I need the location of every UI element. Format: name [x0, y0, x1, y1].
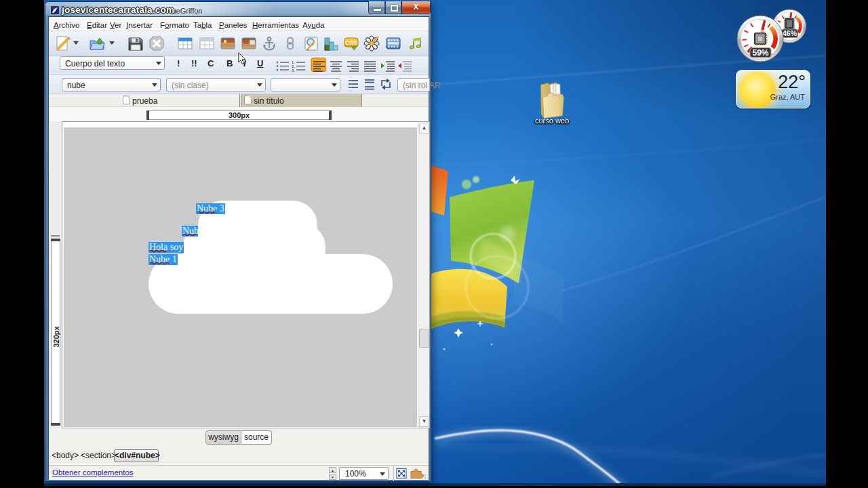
svg-text:46%: 46% — [783, 29, 797, 37]
svg-text:CSS: CSS — [345, 39, 358, 46]
svg-text:59%: 59% — [752, 48, 768, 58]
svg-text:3.: 3. — [292, 68, 295, 73]
